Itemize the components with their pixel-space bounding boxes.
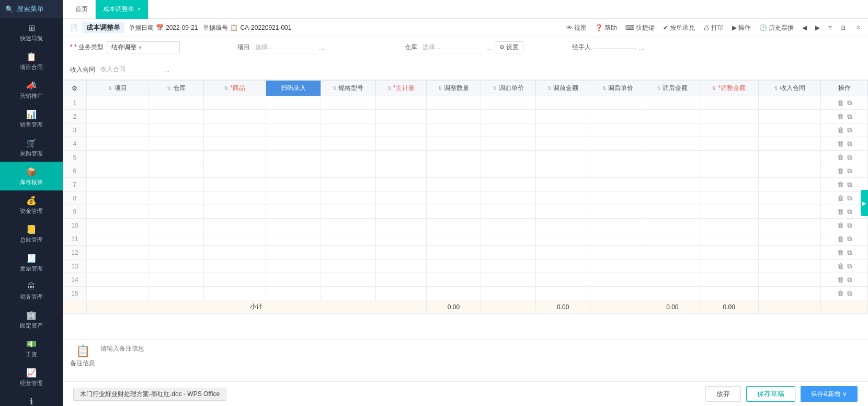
table-cell[interactable] <box>645 123 700 137</box>
copy-row-icon[interactable]: ⧉ <box>847 181 852 189</box>
table-cell[interactable] <box>590 164 645 178</box>
table-cell[interactable] <box>149 178 204 191</box>
table-cell[interactable] <box>321 191 376 205</box>
table-cell[interactable] <box>375 191 426 205</box>
table-cell[interactable] <box>149 123 204 137</box>
table-cell[interactable] <box>426 287 481 300</box>
table-cell[interactable] <box>590 287 645 300</box>
table-cell[interactable] <box>149 110 204 123</box>
income-contract-input[interactable]: 收入合同 <box>98 64 161 75</box>
table-cell[interactable] <box>758 164 821 178</box>
copy-row-icon[interactable]: ⧉ <box>847 249 852 257</box>
table-cell[interactable] <box>645 205 700 219</box>
table-cell[interactable] <box>535 137 590 151</box>
table-cell[interactable] <box>481 123 536 137</box>
table-cell[interactable] <box>481 246 536 260</box>
table-cell[interactable] <box>375 151 426 164</box>
table-cell[interactable] <box>700 260 758 273</box>
table-cell[interactable] <box>590 246 645 260</box>
copy-row-icon[interactable]: ⧉ <box>847 194 852 202</box>
table-cell[interactable] <box>590 137 645 151</box>
table-cell[interactable] <box>86 96 149 110</box>
table-cell[interactable] <box>645 137 700 151</box>
table-cell[interactable] <box>375 260 426 273</box>
table-cell[interactable] <box>700 164 758 178</box>
table-cell[interactable] <box>266 123 321 137</box>
copy-row-icon[interactable]: ⧉ <box>847 112 852 121</box>
table-cell[interactable] <box>203 110 266 123</box>
table-cell[interactable] <box>590 191 645 205</box>
sidebar-item-purchase-mgmt[interactable]: 🛒 采购管理 <box>0 133 63 162</box>
delete-row-icon[interactable]: 🗑 <box>837 126 844 134</box>
delete-row-icon[interactable]: 🗑 <box>837 112 844 121</box>
table-cell[interactable] <box>149 232 204 246</box>
table-cell[interactable] <box>203 137 266 151</box>
table-cell[interactable] <box>375 178 426 191</box>
delete-row-icon[interactable]: 🗑 <box>837 262 844 270</box>
col-unit[interactable]: ⇅ *主计量 <box>375 81 426 96</box>
delete-row-icon[interactable]: 🗑 <box>837 153 844 162</box>
copy-row-icon[interactable]: ⧉ <box>847 167 852 175</box>
table-cell[interactable] <box>590 123 645 137</box>
taskbar-wps-item[interactable]: 木门行业好业财处理方案-墨红红.doc - WPS Office <box>73 388 226 401</box>
nav-next-btn[interactable]: ▶ <box>813 23 822 32</box>
table-cell[interactable] <box>758 137 821 151</box>
side-handle[interactable]: ▶ <box>861 190 868 216</box>
table-cell[interactable] <box>700 110 758 123</box>
table-cell[interactable] <box>86 246 149 260</box>
table-cell[interactable] <box>426 110 481 123</box>
table-cell[interactable] <box>535 246 590 260</box>
copy-row-icon[interactable]: ⧉ <box>847 276 852 284</box>
table-cell[interactable] <box>321 219 376 232</box>
table-cell[interactable] <box>149 205 204 219</box>
table-cell[interactable] <box>590 232 645 246</box>
sidebar-item-operations-mgmt[interactable]: 📈 经营管理 <box>0 363 63 391</box>
table-cell[interactable] <box>321 137 376 151</box>
table-cell[interactable] <box>86 219 149 232</box>
table-cell[interactable] <box>535 96 590 110</box>
table-cell[interactable] <box>86 260 149 273</box>
table-cell[interactable] <box>590 110 645 123</box>
table-cell[interactable] <box>86 164 149 178</box>
col-warehouse[interactable]: ⇅ 仓库 <box>149 81 204 96</box>
col-after-amt[interactable]: ⇅ 调后金额 <box>645 81 700 96</box>
table-cell[interactable] <box>590 260 645 273</box>
table-cell[interactable] <box>375 219 426 232</box>
table-cell[interactable] <box>203 219 266 232</box>
table-cell[interactable] <box>86 110 149 123</box>
table-cell[interactable] <box>645 219 700 232</box>
table-cell[interactable] <box>590 151 645 164</box>
table-cell[interactable] <box>645 96 700 110</box>
table-cell[interactable] <box>149 219 204 232</box>
table-cell[interactable] <box>645 110 700 123</box>
copy-row-icon[interactable]: ⧉ <box>847 140 852 148</box>
table-cell[interactable] <box>266 232 321 246</box>
table-cell[interactable] <box>321 273 376 287</box>
col-project[interactable]: ⇅ 项目 <box>86 81 149 96</box>
table-cell[interactable] <box>266 219 321 232</box>
table-cell[interactable] <box>535 151 590 164</box>
table-cell[interactable] <box>590 96 645 110</box>
table-cell[interactable] <box>149 191 204 205</box>
table-cell[interactable] <box>86 287 149 300</box>
income-contract-dots[interactable]: ... <box>164 66 169 73</box>
table-cell[interactable] <box>203 273 266 287</box>
table-cell[interactable] <box>535 205 590 219</box>
table-cell[interactable] <box>375 205 426 219</box>
tab-home[interactable]: 首页 <box>68 0 96 19</box>
table-cell[interactable] <box>758 191 821 205</box>
table-cell[interactable] <box>758 205 821 219</box>
copy-row-icon[interactable]: ⧉ <box>847 126 852 134</box>
project-dots[interactable]: ... <box>319 44 324 51</box>
table-cell[interactable] <box>481 96 536 110</box>
table-cell[interactable] <box>758 260 821 273</box>
table-cell[interactable] <box>375 232 426 246</box>
help-btn[interactable]: ❓ 帮助 <box>593 22 619 33</box>
table-cell[interactable] <box>700 123 758 137</box>
table-cell[interactable] <box>203 191 266 205</box>
sidebar-item-project-contract[interactable]: 📋 项目合同 <box>0 47 63 75</box>
col-qty[interactable]: ⇅ 调整数量 <box>426 81 481 96</box>
operate-btn[interactable]: ▶ 操作 <box>730 22 753 33</box>
table-cell[interactable] <box>203 164 266 178</box>
table-cell[interactable] <box>426 246 481 260</box>
